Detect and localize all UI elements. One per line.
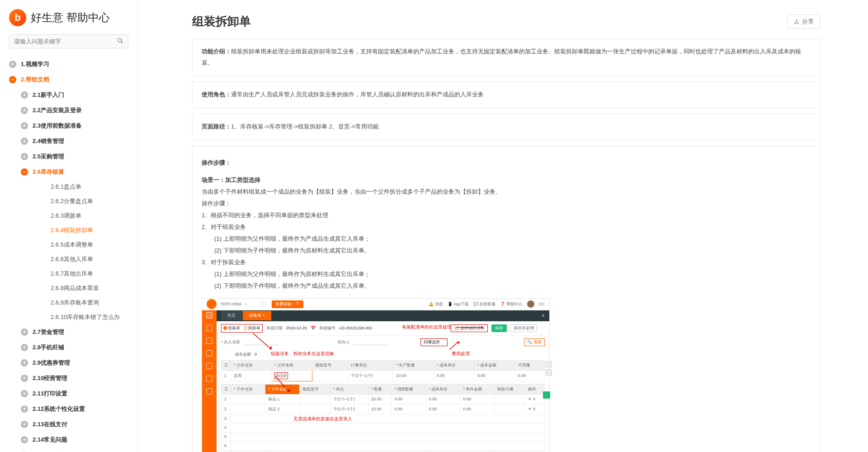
nav-2-10[interactable]: 2.10经营管理 [21,371,128,386]
expand-icon [543,391,550,399]
nav-2-6-6[interactable]: 2.6.6其他入库单 [33,252,128,266]
nav-docs[interactable]: 2.帮助文档 [9,72,128,87]
ss-save-button: 保存 [491,324,507,332]
ss-logo-icon [207,299,217,309]
svg-line-1 [121,42,123,43]
nav-2-8[interactable]: 2.8手机旺铺 [21,340,128,355]
ss-code-value: AD-20191226-001 [339,326,373,330]
path-box: 页面路径：1、库存核算->库存管理->组装拆卸单 2、首页->常用功能 [192,114,821,140]
plus-icon [21,122,28,129]
nav-video[interactable]: 1.视频学习 [9,57,128,72]
nav-2-6-8[interactable]: 2.6.8商品成本重算 [33,281,128,295]
report-icon [206,376,212,382]
cart-icon [206,325,212,331]
step2b: (2) 下部明细为子件明细，最终作为原材料生成其它出库单。 [202,245,811,257]
nav-2-6-3[interactable]: 2.6.3调拨单 [33,209,128,223]
plus-icon [21,91,28,99]
nav-2-15[interactable]: 2.15操作案例 [21,447,128,452]
nav-2-9[interactable]: 2.9优惠券管理 [21,355,128,371]
nav-2-1[interactable]: 2.1新手入门 [21,87,128,103]
ss-service: 💬 在线客服 [473,301,496,307]
plus-icon [21,328,28,336]
step2a: (1) 上部明细为父件明细，最终作为产成品生成其它入库单； [202,233,811,245]
ss-date-label: 单据日期 [266,325,283,331]
minus-icon [9,76,16,83]
ss-saveadd-button: 保存并新增 [510,324,537,332]
money-icon [206,363,212,369]
nav-2-14[interactable]: 2.14常见问题 [21,432,128,447]
search-box[interactable] [9,34,128,48]
ss-annotation-4: 无需选清单的直接在这里录入 [293,416,352,422]
logo: b 好生意 帮助中心 [9,9,128,26]
steps-box: 操作步骤： 场景一：加工类型选择 当由多个子件材料组装成一个成品的业务为【组装】… [192,146,821,452]
box-icon [206,338,212,344]
nav-2-11[interactable]: 2.11打印设置 [21,386,128,401]
grid-icon [546,361,552,367]
nav-2-2[interactable]: 2.2产品安装及登录 [21,103,128,118]
step3b: (2) 下部明细为子件明细，最终作为产成品生成其它入库单。 [202,280,811,292]
nav-2-6-4[interactable]: 2.6.4组装拆卸单 [33,223,128,238]
path-text: 1、库存核算->库存管理->组装拆卸单 2、首页->常用功能 [231,123,379,130]
ss-parent-table: ☰ * 父件仓库* 父件名称规格型号 计量单位* 生产数量* 成本单价 * 成本… [221,360,545,381]
logo-icon: b [9,9,26,26]
nav-2-4[interactable]: 2.4销售管理 [21,133,128,149]
steps-title: 操作步骤： [202,157,811,169]
gear-icon [546,369,552,376]
home-icon [206,312,212,319]
search-icon[interactable] [117,38,123,45]
ss-annotation-1: 有装配清单的在这里处理 [402,324,452,330]
plus-icon [21,138,28,145]
search-input[interactable] [14,38,117,45]
nav-2-6-1[interactable]: 2.6.1盘点单 [33,180,128,194]
minus-icon [21,168,28,176]
ss-code-label: 单据编号 [319,325,335,331]
ss-tabs: 首页 拆装单 × ✕ [217,310,549,321]
ss-operator-input [354,339,390,345]
ss-help: ❓ 帮助中心 [500,301,523,307]
scene1-title: 场景一：加工类型选择 [202,174,811,186]
ss-search-button: 🔍 搜索 [524,338,545,346]
ss-topbar: TEST-H002 ▾ 免费体验一下 🔔 消息 📱 App下载 💬 在线客服 ❓… [202,299,549,310]
steps-sub: 操作步骤： [202,198,811,209]
nav-2-6[interactable]: 2.6库存核算 [21,164,128,180]
ss-list-button: 📋 选择物料清单 [451,324,488,332]
nav-2-6-5[interactable]: 2.6.5成本调整单 [33,238,128,252]
ss-user: TEST-H002 [220,302,241,306]
step3: 3、对于拆装业务 [202,257,811,268]
main-content: 组装拆卸单 分享 功能介绍：组装拆卸单用来处理企业组装或拆卸等加工业务，支持有固… [138,0,843,452]
nav-2-6-9[interactable]: 2.6.9库存账本查询 [33,295,128,310]
avatar-icon [527,300,534,308]
scene1-desc: 当由多个子件材料组装成一个成品的业务为【组装】业务，当由一个父件拆分成多个子产品… [202,186,811,198]
nav-2-5[interactable]: 2.5采购管理 [21,149,128,164]
nav-2-7[interactable]: 2.7资金管理 [21,324,128,340]
ss-child-table: ☰ * 子件仓库 * 子件名称 规格型号* 单位* 数量 * 消耗数量* 成本单… [221,384,545,452]
ss-select-box: 到哪选择 [420,338,448,346]
nav-2-3[interactable]: 2.3使用前数据准备 [21,118,128,133]
setting-icon [206,388,212,395]
step2: 2、对于组装业务 [202,221,811,233]
nav-2-6-2[interactable]: 2.6.2分量盘点单 [33,194,128,209]
nav-2-12[interactable]: 2.12系统个性化设置 [21,401,128,417]
plus-icon [21,436,28,443]
share-icon [794,19,799,24]
role-text: 通常由生产人员或库管人员完成拆装业务的操作，库管人员确认原材料的出库和产成品的入… [231,91,484,98]
ss-msg: 🔔 消息 [429,301,443,307]
ss-type-radio: 组装单 拆卸单 [221,324,263,333]
ss-operator-label: 经办人 [338,339,350,345]
ss-cost-value: 0 [255,352,257,357]
role-box: 使用角色：通常由生产人员或库管人员完成拆装业务的操作，库管人员确认原材料的出库和… [192,81,821,108]
nav-2-13[interactable]: 2.13在线支付 [21,417,128,432]
path-label: 页面路径： [202,123,231,130]
nav-2-6-7[interactable]: 2.6.7其他出库单 [33,266,128,281]
refresh-icon [261,301,266,307]
intro-box: 功能介绍：组装拆卸单用来处理企业组装或拆卸等加工业务，支持有固定装配清单的产品加… [192,38,821,76]
ss-tab-current: 拆装单 × [243,311,271,320]
share-button[interactable]: 分享 [787,14,821,29]
calendar-icon: 📅 [311,326,316,330]
nav-2-6-10[interactable]: 2.6.10库存账本错了怎么办 [33,310,128,324]
ss-annotation-2: 组装业务、拆卸业务在这里切换 [271,351,334,357]
ss-app: 📱 App下载 [448,301,469,307]
chevron-down-icon: ▾ [245,302,247,307]
plus-icon [21,390,28,397]
ss-wh-input [244,339,280,345]
